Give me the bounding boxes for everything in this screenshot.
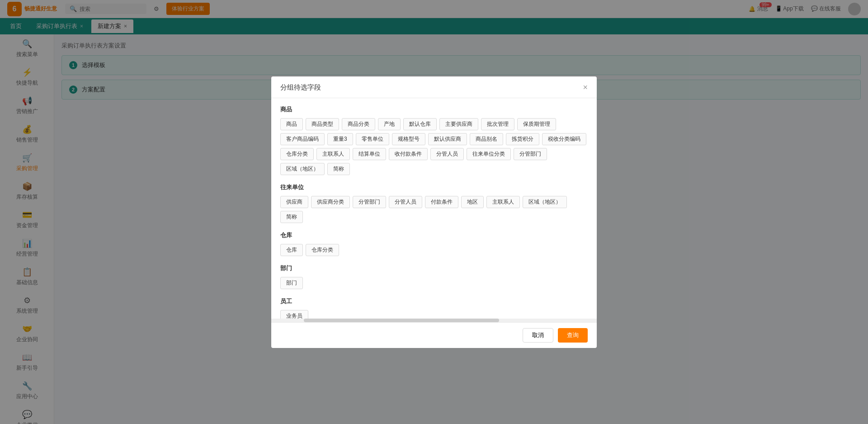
group-title-product: 商品 (280, 105, 588, 114)
field-group-partner: 往来单位 供应商 供应商分类 分管部门 分管人员 付款条件 地区 主联系人 区域… (280, 183, 588, 223)
field-tag[interactable]: 供应商分类 (311, 196, 350, 208)
product-field-tags: 商品 商品类型 商品分类 产地 默认仓库 主要供应商 批次管理 保质期管理 客户… (280, 118, 588, 175)
field-tag[interactable]: 仓库 (280, 244, 303, 256)
field-tag[interactable]: 收付款条件 (389, 148, 428, 160)
modal-title: 分组待选字段 (280, 83, 321, 92)
field-group-employee: 员工 业务员 (280, 297, 588, 319)
confirm-button[interactable]: 查询 (558, 328, 588, 343)
modal-horizontal-scrollbar[interactable] (271, 319, 597, 322)
field-tag[interactable]: 供应商 (280, 196, 308, 208)
field-tag[interactable]: 拣货积分 (506, 133, 539, 145)
warehouse-field-tags: 仓库 仓库分类 (280, 244, 588, 256)
field-tag[interactable]: 税收分类编码 (542, 133, 586, 145)
field-tag[interactable]: 仓库分类 (280, 148, 314, 160)
field-tag[interactable]: 产地 (378, 118, 401, 130)
field-tag[interactable]: 业务员 (280, 310, 308, 319)
field-tag[interactable]: 客户商品编码 (280, 133, 325, 145)
field-tag[interactable]: 商品 (280, 118, 303, 130)
field-tag[interactable]: 商品类型 (306, 118, 339, 130)
partner-field-tags: 供应商 供应商分类 分管部门 分管人员 付款条件 地区 主联系人 区域（地区） … (280, 196, 588, 223)
field-tag[interactable]: 分管部门 (353, 196, 386, 208)
field-tag[interactable]: 默认仓库 (403, 118, 437, 130)
field-group-department: 部门 部门 (280, 264, 588, 289)
field-tag[interactable]: 保质期管理 (517, 118, 556, 130)
modal-hscroll-thumb (304, 319, 499, 322)
modal-overlay[interactable]: 分组待选字段 × 商品 商品 商品类型 商品分类 产地 默认仓库 主要供应商 批… (0, 0, 868, 424)
field-tag[interactable]: 重量3 (327, 133, 353, 145)
field-tag[interactable]: 分管人员 (430, 148, 464, 160)
field-group-warehouse: 仓库 仓库 仓库分类 (280, 231, 588, 256)
group-title-department: 部门 (280, 264, 588, 272)
field-tag[interactable]: 分管人员 (389, 196, 422, 208)
modal-header: 分组待选字段 × (271, 76, 597, 98)
field-tag[interactable]: 往来单位分类 (467, 148, 511, 160)
field-tag[interactable]: 主联系人 (316, 148, 350, 160)
field-tag[interactable]: 主要供应商 (439, 118, 478, 130)
modal-close-button[interactable]: × (583, 83, 588, 92)
field-tag[interactable]: 区域（地区） (280, 163, 325, 175)
modal-body: 商品 商品 商品类型 商品分类 产地 默认仓库 主要供应商 批次管理 保质期管理… (271, 98, 597, 319)
field-tag[interactable]: 批次管理 (481, 118, 514, 130)
field-tag[interactable]: 主联系人 (486, 196, 520, 208)
cancel-button[interactable]: 取消 (523, 328, 553, 343)
field-tag[interactable]: 默认供应商 (428, 133, 467, 145)
field-tag[interactable]: 简称 (327, 163, 350, 175)
field-tag[interactable]: 仓库分类 (306, 244, 339, 256)
modal-footer: 取消 查询 (271, 322, 597, 348)
field-tag[interactable]: 分管部门 (514, 148, 547, 160)
field-tag[interactable]: 商品分类 (342, 118, 375, 130)
field-group-product: 商品 商品 商品类型 商品分类 产地 默认仓库 主要供应商 批次管理 保质期管理… (280, 105, 588, 175)
field-tag[interactable]: 规格型号 (392, 133, 425, 145)
field-tag[interactable]: 结算单位 (353, 148, 386, 160)
field-tag[interactable]: 付款条件 (425, 196, 458, 208)
field-select-modal: 分组待选字段 × 商品 商品 商品类型 商品分类 产地 默认仓库 主要供应商 批… (271, 76, 597, 348)
department-field-tags: 部门 (280, 277, 588, 289)
field-tag[interactable]: 商品别名 (470, 133, 503, 145)
field-tag[interactable]: 区域（地区） (523, 196, 567, 208)
field-tag[interactable]: 地区 (461, 196, 484, 208)
group-title-warehouse: 仓库 (280, 231, 588, 239)
group-title-partner: 往来单位 (280, 183, 588, 191)
group-title-employee: 员工 (280, 297, 588, 305)
field-tag[interactable]: 简称 (280, 211, 303, 223)
employee-field-tags: 业务员 (280, 310, 588, 319)
field-tag[interactable]: 部门 (280, 277, 303, 289)
field-tag[interactable]: 零售单位 (356, 133, 389, 145)
